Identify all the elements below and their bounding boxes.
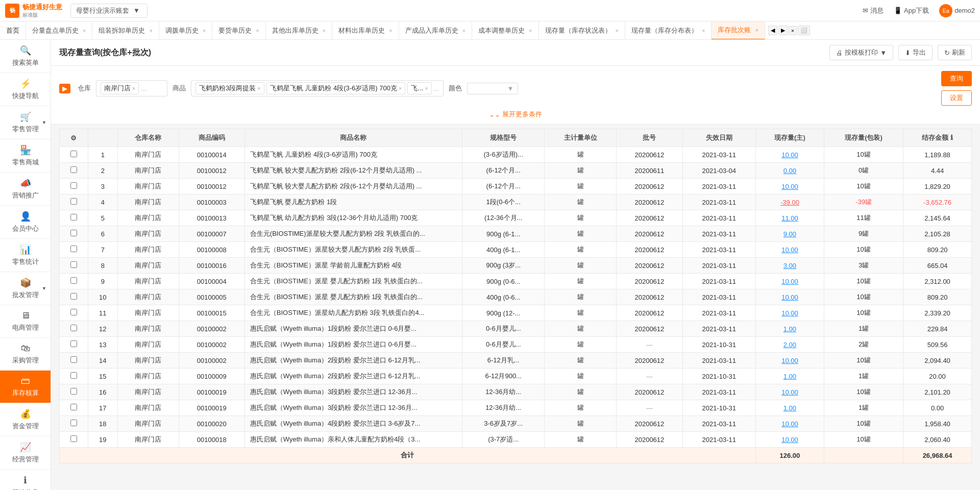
- td-qty-main[interactable]: 10.00: [755, 274, 824, 289]
- product-tag-3-close[interactable]: ×: [425, 85, 428, 91]
- td-checkbox[interactable]: [60, 416, 88, 432]
- td-checkbox[interactable]: [60, 274, 88, 289]
- tab-prev-btn[interactable]: ◀: [768, 26, 777, 35]
- td-qty-main[interactable]: 10.00: [755, 179, 824, 194]
- message-btn[interactable]: ✉ 消息: [863, 6, 884, 15]
- export-btn[interactable]: ⬇ 导出: [898, 45, 933, 60]
- sidebar-item-finance[interactable]: 💰 资金管理: [0, 403, 51, 436]
- td-qty-main[interactable]: 10.00: [755, 416, 824, 432]
- td-qty-main[interactable]: 11.00: [755, 210, 824, 226]
- tab-fenpan[interactable]: 分量盘点单历史 ×: [26, 21, 92, 40]
- tab-next-btn[interactable]: ▶: [778, 26, 788, 35]
- td-checkbox[interactable]: [60, 226, 88, 242]
- tab-fenpan-close[interactable]: ×: [83, 28, 86, 34]
- td-checkbox[interactable]: [60, 337, 88, 353]
- sidebar-item-marketing[interactable]: 📣 营销推广: [0, 173, 51, 206]
- store-selector[interactable]: 母婴行业演示账套 ▼: [70, 4, 148, 18]
- th-settings[interactable]: ⚙: [60, 129, 88, 147]
- td-qty-main[interactable]: -39.00: [755, 194, 824, 210]
- td-qty-main[interactable]: 10.00: [755, 353, 824, 369]
- td-checkbox[interactable]: [60, 400, 88, 416]
- sidebar-item-ecom[interactable]: 🖥 电商管理: [0, 305, 51, 338]
- query-button[interactable]: 查询: [941, 71, 972, 86]
- sidebar-item-shortcut[interactable]: ⚡ 快捷导航: [0, 73, 51, 106]
- td-qty-main[interactable]: 10.00: [755, 305, 824, 321]
- tab-qita-close[interactable]: ×: [323, 28, 326, 34]
- td-checkbox[interactable]: [60, 242, 88, 258]
- td-checkbox[interactable]: [60, 384, 88, 400]
- tab-yaohuo-close[interactable]: ×: [256, 28, 259, 34]
- td-qty-main[interactable]: 10.00: [755, 242, 824, 258]
- sidebar-item-retail[interactable]: 🛒 零售管理: [0, 106, 51, 139]
- td-checkbox[interactable]: [60, 305, 88, 321]
- td-qty-main[interactable]: 1.00: [755, 400, 824, 416]
- td-qty-main[interactable]: 10.00: [755, 432, 824, 448]
- app-download-btn[interactable]: 📱 App下载: [894, 6, 929, 15]
- td-qty-main[interactable]: 10.00: [755, 289, 824, 305]
- tab-chanpin-close[interactable]: ×: [462, 28, 465, 34]
- tab-tiaopan-close[interactable]: ×: [203, 28, 206, 34]
- tab-xianzai1[interactable]: 现存量（库存状况表） ×: [539, 21, 625, 40]
- td-qty-main[interactable]: 10.00: [755, 147, 824, 163]
- sidebar-item-inventory[interactable]: 🗃 库存核算: [0, 371, 51, 403]
- product-filter-box[interactable]: 飞鹤奶粉3段两提装 × 飞鹤星飞帆 儿童奶粉 4段(3-6岁适用) 700克 ×…: [191, 80, 444, 96]
- tab-cailiao-close[interactable]: ×: [389, 28, 392, 34]
- td-checkbox[interactable]: [60, 210, 88, 226]
- sidebar-item-operation[interactable]: 📈 经营管理: [0, 436, 51, 470]
- warehouse-tag-close[interactable]: ×: [132, 85, 135, 91]
- sidebar-item-shop[interactable]: 🏪 零售商城: [0, 139, 51, 173]
- sidebar-item-member[interactable]: 👤 会员中心: [0, 206, 51, 239]
- tab-chanpin[interactable]: 产成品入库单历史 ×: [399, 21, 472, 40]
- td-qty-main[interactable]: 2.00: [755, 337, 824, 353]
- tab-yaohuo[interactable]: 要货单历史 ×: [212, 21, 265, 40]
- td-checkbox[interactable]: [60, 289, 88, 305]
- tab-cailiao[interactable]: 材料出库单历史 ×: [332, 21, 399, 40]
- td-checkbox[interactable]: [60, 147, 88, 163]
- tab-zuhe-close[interactable]: ×: [149, 28, 152, 34]
- product-tag-2-close[interactable]: ×: [399, 85, 402, 91]
- tab-qita[interactable]: 其他出库单历史 ×: [266, 21, 332, 40]
- td-checkbox[interactable]: [60, 432, 88, 448]
- tab-pizhuan-close[interactable]: ×: [755, 27, 758, 33]
- tab-home[interactable]: 首页: [0, 21, 26, 40]
- expand-icon[interactable]: ▶: [59, 84, 70, 93]
- user-avatar[interactable]: Ea demo2: [939, 4, 975, 17]
- product-tag-1-close[interactable]: ×: [257, 85, 260, 91]
- tab-xianzai1-close[interactable]: ×: [616, 28, 619, 34]
- td-qty-main[interactable]: 1.00: [755, 369, 824, 384]
- td-qty-main[interactable]: 0.00: [755, 163, 824, 179]
- td-checkbox[interactable]: [60, 179, 88, 194]
- tab-pizhuan[interactable]: 库存批次账 ×: [712, 21, 765, 40]
- td-checkbox[interactable]: [60, 258, 88, 274]
- td-checkbox[interactable]: [60, 369, 88, 384]
- tab-close-btn[interactable]: ×: [789, 26, 797, 35]
- td-qty-main[interactable]: 3.00: [755, 258, 824, 274]
- product-ellipsis[interactable]: ...: [434, 85, 439, 92]
- sidebar-item-search[interactable]: 🔍 搜索英单: [0, 40, 51, 73]
- td-checkbox[interactable]: [60, 163, 88, 179]
- sidebar-item-basic[interactable]: ℹ 基础信息: [0, 470, 51, 490]
- tab-menu-btn[interactable]: ⬜: [798, 26, 810, 35]
- expand-more-btn[interactable]: ⌄⌄ 展开更多条件: [59, 110, 972, 119]
- tab-xianzai2-close[interactable]: ×: [702, 28, 705, 34]
- color-filter-box[interactable]: ▼: [467, 83, 518, 94]
- sidebar-item-purchase[interactable]: 🛍 采购管理: [0, 338, 51, 371]
- td-checkbox[interactable]: [60, 353, 88, 369]
- td-qty-main[interactable]: 1.00: [755, 321, 824, 337]
- sidebar-item-stats[interactable]: 📊 零售统计: [0, 239, 51, 272]
- print-btn[interactable]: 🖨 按模板打印 ▼: [829, 45, 893, 60]
- warehouse-ellipsis[interactable]: ...: [141, 85, 146, 92]
- td-qty-main[interactable]: 10.00: [755, 384, 824, 400]
- td-checkbox[interactable]: [60, 321, 88, 337]
- td-qty-main[interactable]: 9.00: [755, 226, 824, 242]
- setting-button[interactable]: 设置: [941, 90, 972, 106]
- sidebar-item-wholesale[interactable]: 📦 批发管理: [0, 272, 51, 305]
- refresh-btn[interactable]: ↻ 刷新: [938, 45, 972, 60]
- color-dropdown-icon[interactable]: ▼: [507, 85, 514, 92]
- warehouse-filter-box[interactable]: 南岸门店 × ...: [96, 80, 167, 96]
- filter-expand-toggle[interactable]: ▶: [59, 84, 70, 93]
- tab-chengben[interactable]: 成本调整单历史 ×: [472, 21, 538, 40]
- tab-xianzai2[interactable]: 现存量（库存分布表） ×: [625, 21, 712, 40]
- tab-zuhe[interactable]: 组装拆卸单历史 ×: [92, 21, 159, 40]
- td-checkbox[interactable]: [60, 194, 88, 210]
